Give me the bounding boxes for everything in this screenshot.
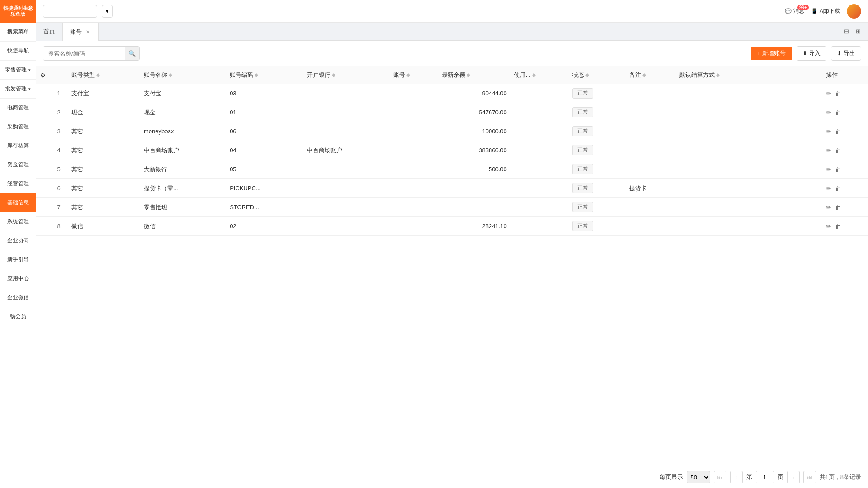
table-header-row: ⚙ 账号类型 账号名称 (36, 66, 868, 84)
row-balance-7: 28241.10 (438, 217, 510, 236)
page-size-select[interactable]: 50 20 100 (687, 471, 710, 483)
tab-accounts-label: 账号 (70, 28, 82, 36)
action-buttons-1: ✏ 🗑 (826, 109, 864, 116)
col-bank[interactable]: 开户银行 (303, 66, 389, 84)
delete-button-3[interactable]: 🗑 (835, 147, 841, 154)
edit-button-2[interactable]: ✏ (826, 128, 831, 135)
delete-button-5[interactable]: 🗑 (835, 185, 841, 192)
row-remark-3 (626, 141, 676, 160)
sidebar-item-retail[interactable]: 零售管理 ▾ (0, 61, 36, 80)
row-num-0: 1 (50, 84, 68, 103)
sidebar-item-enterprise[interactable]: 企业协同 (0, 231, 36, 250)
prev-page-button[interactable]: ‹ (730, 471, 743, 483)
sidebar-item-finance[interactable]: 资金管理 (0, 155, 36, 174)
sidebar-logo: 畅捷通时生意 乐鱼版 (0, 0, 36, 23)
app-download-button[interactable]: 📱 App下载 (811, 7, 840, 15)
tab-close-button[interactable]: ✕ (85, 29, 91, 35)
col-remark[interactable]: 备注 (626, 66, 676, 84)
row-type-4: 其它 (68, 160, 140, 179)
sidebar-item-wholesale[interactable]: 批发管理 ▾ (0, 80, 36, 99)
table-row: 3 其它 moneybosx 06 10000.00 正常 ✏ 🗑 (36, 122, 868, 141)
row-remark-1 (626, 103, 676, 122)
tab-accounts[interactable]: 账号 ✕ (63, 23, 99, 41)
row-usage-0 (510, 84, 569, 103)
sidebar-item-enterprise-wechat[interactable]: 企业微信 (0, 288, 36, 307)
col-status[interactable]: 状态 (569, 66, 625, 84)
sidebar-item-inventory[interactable]: 库存核算 (0, 136, 36, 155)
edit-button-0[interactable]: ✏ (826, 90, 831, 97)
row-bank-6 (303, 198, 389, 217)
dropdown-button[interactable]: ▾ (102, 5, 113, 18)
sidebar-item-search-menu[interactable]: 搜索菜单 (0, 23, 36, 42)
row-default-payment-5 (676, 179, 822, 198)
sidebar-item-system[interactable]: 系统管理 (0, 212, 36, 231)
edit-button-5[interactable]: ✏ (826, 185, 831, 192)
row-name-3: 中百商场账户 (140, 141, 226, 160)
sidebar-item-app-center[interactable]: 应用中心 (0, 269, 36, 288)
sidebar-item-operations[interactable]: 经营管理 (0, 174, 36, 193)
search-input[interactable] (43, 47, 125, 60)
col-account[interactable]: 账号 (390, 66, 438, 84)
sidebar-item-basic-info[interactable]: 基础信息 (0, 193, 36, 212)
sort-icon-code (255, 73, 258, 77)
import-button[interactable]: ⬆ 导入 (797, 46, 827, 61)
delete-button-1[interactable]: 🗑 (835, 109, 841, 116)
row-action-6: ✏ 🗑 (822, 198, 868, 217)
row-num-4: 5 (50, 160, 68, 179)
delete-button-6[interactable]: 🗑 (835, 204, 841, 211)
app-download-label: App下载 (820, 7, 840, 15)
add-account-button[interactable]: + 新增账号 (751, 47, 792, 60)
message-button[interactable]: 💬 消息 99+ (785, 7, 804, 15)
sort-balance: 最新余额 (442, 71, 470, 79)
last-page-button[interactable]: ⏭ (803, 471, 816, 483)
edit-button-3[interactable]: ✏ (826, 147, 831, 154)
col-default-payment[interactable]: 默认结算方式 (676, 66, 822, 84)
row-settings-2 (36, 122, 50, 141)
edit-button-7[interactable]: ✏ (826, 223, 831, 230)
edit-button-1[interactable]: ✏ (826, 109, 831, 116)
sidebar-item-guide[interactable]: 新手引导 (0, 250, 36, 269)
edit-button-6[interactable]: ✏ (826, 204, 831, 211)
per-page-label: 每页显示 (660, 473, 683, 481)
edit-button-4[interactable]: ✏ (826, 166, 831, 173)
sidebar-item-quick-nav[interactable]: 快捷导航 (0, 42, 36, 61)
top-search-input[interactable] (43, 5, 97, 18)
user-avatar[interactable] (847, 4, 861, 19)
row-name-1: 现金 (140, 103, 226, 122)
tab-maximize-button[interactable]: ⊞ (853, 26, 863, 37)
row-usage-2 (510, 122, 569, 141)
col-settings[interactable]: ⚙ (36, 66, 50, 84)
col-usage[interactable]: 使用... (510, 66, 569, 84)
row-bank-0 (303, 84, 389, 103)
col-code[interactable]: 账号编码 (226, 66, 303, 84)
action-buttons-6: ✏ 🗑 (826, 204, 864, 211)
tab-restore-button[interactable]: ⊟ (841, 26, 852, 37)
row-code-1: 01 (226, 103, 303, 122)
col-balance[interactable]: 最新余额 (438, 66, 510, 84)
sort-icon-type (96, 73, 100, 77)
row-num-7: 8 (50, 217, 68, 236)
next-page-button[interactable]: › (787, 471, 800, 483)
sidebar-item-ecommerce[interactable]: 电商管理 (0, 99, 36, 117)
delete-button-2[interactable]: 🗑 (835, 128, 841, 135)
row-remark-5: 提货卡 (626, 179, 676, 198)
avatar-image (847, 4, 861, 19)
row-account-3 (390, 141, 438, 160)
sort-icon-remark (642, 73, 646, 77)
tab-home[interactable]: 首页 (36, 23, 63, 41)
search-button[interactable]: 🔍 (125, 46, 139, 61)
col-balance-label: 最新余额 (442, 71, 465, 79)
delete-button-7[interactable]: 🗑 (835, 223, 841, 230)
table-wrap: ⚙ 账号类型 账号名称 (36, 66, 868, 466)
sidebar-item-member[interactable]: 畅会员 (0, 307, 36, 326)
first-page-button[interactable]: ⏮ (714, 471, 726, 483)
delete-button-4[interactable]: 🗑 (835, 166, 841, 173)
delete-button-0[interactable]: 🗑 (835, 90, 841, 97)
page-input[interactable] (756, 471, 774, 483)
col-type[interactable]: 账号类型 (68, 66, 140, 84)
sidebar-item-purchase[interactable]: 采购管理 (0, 117, 36, 136)
export-button[interactable]: ⬇ 导出 (831, 46, 861, 61)
row-action-0: ✏ 🗑 (822, 84, 868, 103)
col-name[interactable]: 账号名称 (140, 66, 226, 84)
row-name-7: 微信 (140, 217, 226, 236)
